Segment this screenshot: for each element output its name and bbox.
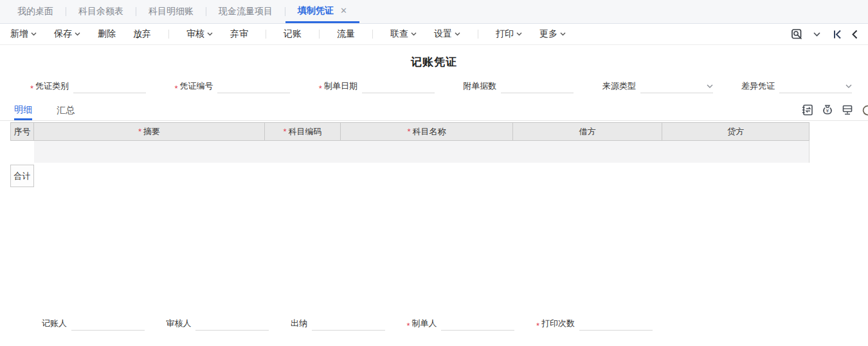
difference-voucher-field: 差异凭证: [741, 80, 852, 93]
required-marker: *: [174, 84, 177, 93]
source-type-select[interactable]: [640, 80, 713, 93]
bookkeeper-input[interactable]: [71, 318, 145, 331]
auditor-field: 审核人: [166, 318, 269, 331]
settings-button[interactable]: 设置: [434, 28, 460, 40]
link-query-button[interactable]: 联查: [390, 28, 417, 40]
chevron-down-icon: [845, 80, 852, 90]
required-marker: *: [319, 84, 322, 93]
chevron-down-icon: [455, 32, 460, 36]
add-button[interactable]: 新增: [10, 28, 37, 40]
cashflow-button[interactable]: 流量: [337, 28, 355, 40]
preparer-field: * 制单人: [406, 318, 514, 331]
toolbar-divider: [319, 30, 320, 39]
document-date-input[interactable]: [362, 80, 435, 93]
toolbar: 新增 保存 删除 放弃 审核 弃审 记账 流量 联查 设置 打印 更多: [0, 24, 868, 45]
document-date-field: * 制单日期: [319, 80, 435, 93]
chevron-down-icon: [516, 32, 522, 36]
required-marker: *: [536, 321, 539, 331]
cashier-input[interactable]: [312, 318, 385, 331]
chevron-down-icon: [75, 32, 80, 36]
preparer-input[interactable]: [441, 318, 514, 331]
tab-fill-voucher[interactable]: 填制凭证 ✕: [285, 0, 359, 23]
refresh-icon[interactable]: [861, 104, 868, 116]
required-marker: *: [406, 321, 410, 331]
first-voucher-icon[interactable]: [833, 30, 842, 39]
more-button[interactable]: 更多: [539, 28, 566, 40]
attachment-count-input[interactable]: [501, 80, 574, 93]
print-count-field: * 打印次数: [536, 318, 653, 331]
auditor-input[interactable]: [195, 318, 269, 331]
chevron-down-icon: [560, 32, 566, 36]
chevron-down-icon: [31, 32, 37, 36]
save-button[interactable]: 保存: [54, 28, 80, 40]
toolbar-divider: [478, 30, 478, 39]
total-label: 合计: [10, 165, 34, 187]
chevron-down-icon: [411, 32, 417, 36]
tab-detail[interactable]: 明细: [14, 101, 32, 120]
col-header-seq: 序号: [11, 123, 34, 140]
view-tab-bar: 明细 汇总 ¥: [0, 101, 868, 121]
grid-cell-entry[interactable]: [34, 141, 809, 163]
toolbar-divider: [372, 30, 373, 39]
voucher-category-input[interactable]: [73, 80, 146, 93]
signature-fields: 记账人 审核人 出纳 * 制单人 * 打印次数: [42, 318, 653, 331]
source-type-field: 来源类型: [602, 80, 713, 93]
voucher-number-input[interactable]: [217, 80, 290, 93]
delete-button[interactable]: 删除: [98, 28, 116, 40]
unaudit-button[interactable]: 弃审: [230, 28, 248, 40]
voucher-header-fields: * 凭证类别 * 凭证编号 * 制单日期 附单据数 来源类型 差异凭证: [30, 80, 852, 93]
difference-voucher-select[interactable]: [779, 80, 852, 93]
required-marker: *: [30, 84, 33, 93]
page-title: 记账凭证: [0, 55, 868, 69]
locate-voucher-icon[interactable]: [790, 28, 804, 41]
voucher-category-field: * 凭证类别: [30, 80, 146, 93]
col-header-credit: 贷方: [662, 123, 809, 140]
window-tab-bar: 我的桌面 科目余额表 科目明细账 现金流量项目 填制凭证 ✕: [0, 0, 868, 24]
voucher-number-field: * 凭证编号: [174, 80, 290, 93]
col-header-account-name: *科目名称: [341, 123, 513, 140]
dropdown-icon[interactable]: [813, 32, 820, 37]
tab-account-balance[interactable]: 科目余额表: [66, 0, 136, 23]
grid-empty-row: [10, 141, 809, 163]
toolbar-divider: [266, 30, 266, 39]
flow-display-icon[interactable]: [841, 104, 854, 116]
col-header-debit: 借方: [513, 123, 662, 140]
close-icon[interactable]: ✕: [340, 6, 347, 15]
tab-cashflow-items[interactable]: 现金流量项目: [206, 0, 285, 23]
svg-text:¥: ¥: [826, 108, 829, 114]
audit-button[interactable]: 审核: [186, 28, 213, 40]
chevron-down-icon: [207, 32, 213, 36]
tab-my-desktop[interactable]: 我的桌面: [5, 0, 66, 23]
tab-summary[interactable]: 汇总: [57, 101, 75, 120]
print-button[interactable]: 打印: [496, 28, 522, 40]
detail-toolbar-icons: ¥: [801, 104, 868, 116]
voucher-grid: 序号 *摘要 *科目编码 *科目名称 借方 贷方 合计: [10, 122, 809, 187]
frequent-voucher-icon[interactable]: [801, 104, 814, 116]
chevron-down-icon: [707, 80, 713, 90]
grid-cell-seq: [10, 141, 34, 163]
col-header-summary: *摘要: [34, 123, 265, 140]
prev-voucher-icon[interactable]: [851, 30, 858, 39]
attachment-count-field: 附单据数: [463, 80, 574, 93]
bookkeeper-field: 记账人: [42, 318, 145, 331]
post-button[interactable]: 记账: [284, 28, 302, 40]
grid-header: 序号 *摘要 *科目编码 *科目名称 借方 贷方: [10, 122, 809, 141]
tab-account-detail[interactable]: 科目明细账: [136, 0, 206, 23]
money-bag-icon[interactable]: ¥: [821, 104, 834, 116]
col-header-account-code: *科目编码: [265, 123, 341, 140]
toolbar-divider: [168, 30, 169, 39]
print-count-input[interactable]: [579, 318, 653, 331]
cashier-field: 出纳: [291, 318, 385, 331]
abandon-button[interactable]: 放弃: [133, 28, 151, 40]
